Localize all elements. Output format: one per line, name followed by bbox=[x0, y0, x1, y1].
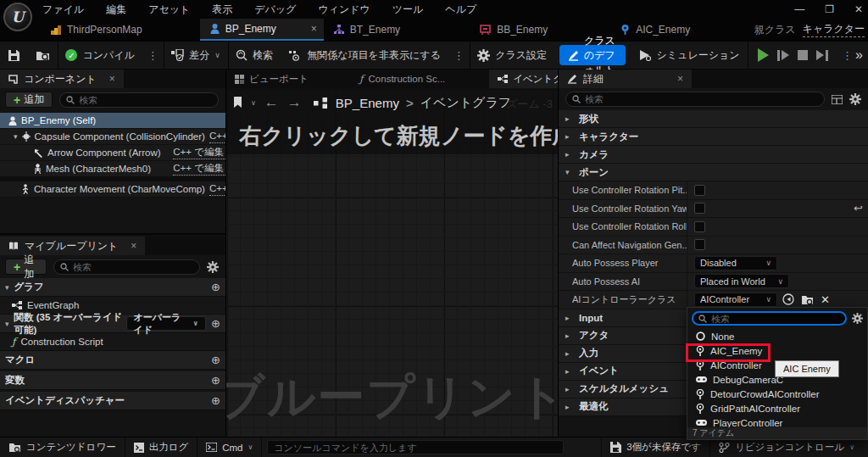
variables-section-header[interactable]: 変数 ⊕ bbox=[0, 371, 225, 390]
tab-viewport[interactable]: ビューポート bbox=[226, 70, 317, 88]
macro-section-header[interactable]: マクロ ⊕ bbox=[0, 351, 225, 370]
save-button[interactable] bbox=[0, 42, 28, 69]
functions-section-header[interactable]: ▾ 関数 (35 オーバーライド可能) オーバーライド ∨ ⊕ bbox=[0, 315, 225, 333]
stop-icon[interactable] bbox=[798, 50, 808, 60]
menu-debug[interactable]: デバッグ bbox=[254, 3, 296, 17]
toolbar-overflow-icon[interactable]: » bbox=[855, 47, 861, 63]
expander-icon[interactable]: ▾ bbox=[14, 132, 18, 141]
breadcrumb-current[interactable]: イベントグラフ bbox=[420, 95, 511, 111]
menu-asset[interactable]: アセット bbox=[148, 3, 190, 17]
cmd-selector[interactable]: Cmd ∨ bbox=[198, 437, 262, 457]
maximize-button[interactable]: ❐ bbox=[825, 3, 834, 15]
gear-icon[interactable] bbox=[852, 313, 863, 324]
add-macro-icon[interactable]: ⊕ bbox=[211, 354, 220, 366]
edit-cpp-link[interactable]: C++ で編集 bbox=[209, 182, 225, 196]
dropdown-search[interactable] bbox=[692, 311, 847, 326]
add-variable-icon[interactable]: ⊕ bbox=[211, 374, 220, 387]
components-search-input[interactable] bbox=[79, 95, 212, 105]
output-log-button[interactable]: 出力ログ bbox=[125, 437, 198, 457]
menu-tools[interactable]: ツール bbox=[392, 3, 424, 17]
tab-bt-enemy[interactable]: BT_Enemy bbox=[324, 19, 410, 41]
compile-options-icon[interactable]: ⋮ bbox=[142, 49, 164, 62]
section-shape[interactable]: ▸形状 bbox=[559, 110, 868, 128]
section-pawn[interactable]: ▾ポーン bbox=[559, 164, 868, 181]
edit-cpp-link[interactable]: C++ で編集 bbox=[173, 146, 225, 159]
add-dispatcher-icon[interactable]: ⊕ bbox=[211, 394, 220, 407]
breadcrumb-root[interactable]: BP_Enemy bbox=[336, 96, 399, 110]
frame-skip-icon[interactable] bbox=[777, 50, 789, 61]
tab-aic-enemy[interactable]: AIC_Enemy bbox=[610, 19, 700, 41]
console-command-input[interactable] bbox=[274, 443, 557, 453]
dropdown-search-input[interactable] bbox=[711, 314, 840, 324]
auto-possess-player-select[interactable]: Disabled ∨ bbox=[694, 256, 777, 270]
menu-help[interactable]: ヘルプ bbox=[445, 3, 476, 17]
tab-bb-enemy[interactable]: BB_Enemy bbox=[470, 19, 558, 41]
checkbox[interactable] bbox=[694, 221, 705, 232]
parent-class-link[interactable]: キャラクター bbox=[803, 22, 865, 37]
tree-row-charmove[interactable]: Character Movement (CharMoveComp) C++ で編… bbox=[0, 181, 225, 198]
details-search[interactable] bbox=[565, 92, 825, 107]
add-component-button[interactable]: + 追加 bbox=[5, 92, 53, 108]
close-icon[interactable]: × bbox=[677, 73, 683, 85]
checkbox[interactable] bbox=[694, 239, 705, 250]
unsaved-assets-button[interactable]: * 3個が未保存です bbox=[601, 437, 709, 457]
find-button[interactable]: 検索 bbox=[228, 42, 281, 69]
browse-to-asset-icon[interactable] bbox=[801, 294, 814, 305]
tree-row-arrow[interactable]: Arrow Component (Arrow) C++ で編集 bbox=[0, 145, 225, 161]
components-tab[interactable]: コンポーネント × bbox=[0, 70, 124, 88]
my-blueprint-tab[interactable]: マイブループリント × bbox=[0, 237, 145, 255]
auto-possess-ai-select[interactable]: Placed in World ∨ bbox=[694, 274, 789, 288]
components-search[interactable] bbox=[59, 92, 219, 108]
display-filter-icon[interactable] bbox=[832, 95, 843, 104]
play-icon[interactable] bbox=[758, 48, 769, 62]
hide-options-icon[interactable]: ⋮ bbox=[448, 49, 470, 62]
dropdown-item-detourcrowd[interactable]: DetourCrowdAIController bbox=[687, 387, 867, 401]
close-tab-icon[interactable]: × bbox=[311, 23, 317, 35]
section-camera[interactable]: ▸カメラ bbox=[559, 146, 868, 164]
bookmark-icon[interactable] bbox=[233, 97, 242, 109]
back-icon[interactable]: ← bbox=[264, 94, 279, 111]
tab-event-graph[interactable]: イベントグラフ × bbox=[489, 70, 558, 88]
eject-icon[interactable] bbox=[816, 50, 828, 61]
my-blueprint-search[interactable] bbox=[53, 259, 200, 275]
revision-control-button[interactable]: リビジョンコントロール ∨ bbox=[709, 437, 868, 457]
graph-section-header[interactable]: ▾ グラフ ⊕ bbox=[0, 278, 225, 297]
details-tab[interactable]: 詳細 × bbox=[559, 70, 692, 88]
dropdown-item-gridpath[interactable]: GridPathAIController bbox=[687, 401, 867, 415]
tree-row-self[interactable]: BP_Enemy (Self) bbox=[0, 113, 225, 129]
browse-asset-button[interactable] bbox=[28, 42, 58, 69]
dropdown-item-aic-enemy[interactable]: AIC_Enemy bbox=[687, 343, 867, 358]
ai-controller-class-select[interactable]: AIController ∨ bbox=[694, 293, 777, 307]
details-search-input[interactable] bbox=[585, 94, 818, 104]
unreal-logo-icon[interactable]: U bbox=[3, 3, 32, 31]
gear-icon[interactable] bbox=[207, 261, 219, 273]
clear-icon[interactable]: ✕ bbox=[821, 293, 830, 306]
class-settings-button[interactable]: クラス設定 bbox=[470, 42, 554, 69]
menu-view[interactable]: 表示 bbox=[212, 3, 232, 17]
edit-cpp-link[interactable]: C++ で編集 bbox=[173, 162, 225, 176]
event-graph-canvas[interactable]: ズーム -3 ∨ ← → BP_Enemy > イベントグラフ 右クリックして新… bbox=[226, 88, 558, 437]
reset-to-default-icon[interactable]: ↩ bbox=[854, 202, 863, 215]
content-drawer-button[interactable]: コンテンツドロワー bbox=[0, 437, 125, 457]
tab-bp-enemy[interactable]: BP_Enemy × bbox=[200, 19, 324, 41]
minimize-button[interactable]: — bbox=[794, 3, 804, 15]
menu-file[interactable]: ファイル bbox=[42, 3, 84, 17]
compile-button[interactable]: ✓ コンパイル bbox=[58, 42, 142, 69]
class-defaults-button[interactable]: クラスのデフォルト bbox=[559, 45, 626, 65]
dispatcher-section-header[interactable]: イベントディスパッチャー ⊕ bbox=[0, 392, 225, 410]
add-graph-icon[interactable]: ⊕ bbox=[211, 281, 220, 293]
menu-edit[interactable]: 編集 bbox=[106, 3, 126, 17]
gear-icon[interactable] bbox=[849, 93, 861, 105]
diff-button[interactable]: 差分 ∨ bbox=[164, 42, 228, 69]
tab-thirdpersonmap[interactable]: ThirdPersonMap bbox=[41, 19, 153, 41]
checkbox[interactable] bbox=[694, 185, 705, 196]
add-blueprint-item-button[interactable]: + 追加 bbox=[5, 259, 47, 275]
my-blueprint-search-input[interactable] bbox=[73, 262, 193, 272]
use-selected-asset-icon[interactable] bbox=[782, 293, 794, 305]
close-button[interactable]: ✕ bbox=[854, 3, 863, 15]
add-function-icon[interactable]: ⊕ bbox=[211, 317, 220, 330]
menu-window[interactable]: ウィンドウ bbox=[318, 3, 370, 17]
edit-cpp-link[interactable]: C++ で編集 bbox=[209, 130, 225, 143]
tab-construction-script[interactable]: ƒ Construction Sc... bbox=[351, 70, 453, 88]
section-character[interactable]: ▸キャラクター bbox=[559, 128, 868, 146]
